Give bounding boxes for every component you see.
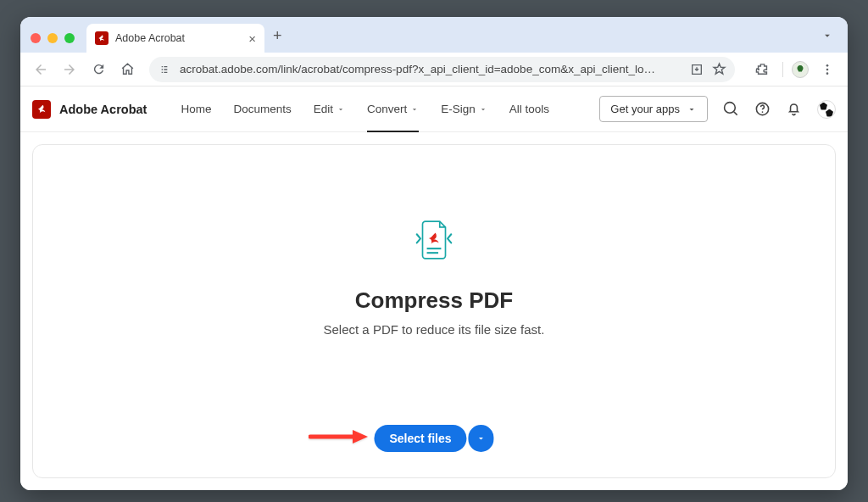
- chevron-down-icon: [410, 105, 419, 114]
- chevron-down-icon: [476, 433, 487, 443]
- nav-all-tools[interactable]: All tools: [509, 86, 549, 131]
- install-app-icon[interactable]: [690, 63, 704, 76]
- header-right: Get your apps: [599, 96, 836, 122]
- nav-esign-label: E-Sign: [441, 103, 476, 115]
- browser-right-icons: [750, 58, 839, 81]
- select-files-dropdown-button[interactable]: [469, 425, 494, 452]
- svg-point-0: [826, 64, 829, 67]
- primary-nav: Home Documents Edit Convert E-Sign All t…: [181, 86, 549, 131]
- product-name: Adobe Acrobat: [59, 103, 147, 116]
- back-button[interactable]: [29, 58, 53, 81]
- compress-card: Compress PDF Select a PDF to reduce its …: [32, 144, 836, 478]
- acrobat-logo-icon: [32, 100, 51, 119]
- forward-button[interactable]: [58, 58, 81, 81]
- extensions-icon[interactable]: [750, 58, 774, 81]
- site-settings-icon[interactable]: [158, 63, 171, 76]
- window-minimize-button[interactable]: [47, 33, 58, 43]
- action-buttons: Select files: [374, 425, 493, 452]
- nav-home[interactable]: Home: [181, 86, 211, 131]
- nav-esign[interactable]: E-Sign: [441, 86, 487, 131]
- compress-document-icon: [411, 215, 457, 265]
- chevron-down-icon: [479, 105, 487, 114]
- annotation-arrow-icon: [309, 428, 370, 445]
- app-header: Adobe Acrobat Home Documents Edit Conver…: [20, 86, 848, 132]
- url-text: acrobat.adobe.com/link/acrobat/compress-…: [180, 63, 682, 75]
- browser-window: Adobe Acrobat × + acrobat.adobe.com/link…: [20, 17, 848, 490]
- help-icon[interactable]: [754, 101, 771, 117]
- page-subheading: Select a PDF to reduce its file size fas…: [324, 322, 545, 337]
- home-button[interactable]: [115, 58, 139, 81]
- bell-icon[interactable]: [786, 101, 802, 117]
- browser-tab[interactable]: Adobe Acrobat ×: [86, 24, 264, 53]
- reload-button[interactable]: [86, 58, 110, 81]
- tab-close-icon[interactable]: ×: [248, 31, 256, 46]
- get-your-apps-button[interactable]: Get your apps: [599, 96, 708, 122]
- new-tab-button[interactable]: +: [273, 27, 282, 45]
- nav-convert-label: Convert: [367, 103, 407, 115]
- nav-edit-label: Edit: [314, 103, 333, 115]
- kebab-menu-icon[interactable]: [815, 58, 839, 81]
- search-icon[interactable]: [723, 101, 739, 117]
- chevron-down-icon: [337, 105, 345, 114]
- product-brand: Adobe Acrobat: [32, 100, 147, 119]
- svg-point-1: [826, 68, 829, 70]
- profile-soccer-icon[interactable]: [817, 100, 836, 119]
- acrobat-favicon-icon: [95, 31, 108, 45]
- nav-documents[interactable]: Documents: [233, 86, 291, 131]
- window-dropdown-button[interactable]: [815, 27, 839, 44]
- chevron-down-icon: [687, 104, 697, 114]
- page-heading: Compress PDF: [355, 287, 513, 314]
- window-close-button[interactable]: [31, 33, 41, 43]
- select-files-button[interactable]: Select files: [374, 425, 466, 452]
- browser-toolbar: acrobat.adobe.com/link/acrobat/compress-…: [20, 53, 848, 86]
- svg-point-4: [762, 111, 764, 113]
- nav-convert[interactable]: Convert: [367, 86, 419, 131]
- svg-point-2: [826, 72, 829, 75]
- apps-button-label: Get your apps: [610, 103, 680, 115]
- tab-title: Adobe Acrobat: [115, 32, 242, 44]
- separator: [782, 62, 783, 77]
- tab-strip: Adobe Acrobat × +: [20, 17, 848, 53]
- traffic-lights: [31, 24, 75, 53]
- address-bar[interactable]: acrobat.adobe.com/link/acrobat/compress-…: [149, 57, 735, 82]
- tool-canvas: Compress PDF Select a PDF to reduce its …: [20, 132, 848, 490]
- bookmark-star-icon[interactable]: [712, 62, 726, 76]
- page-content: Adobe Acrobat Home Documents Edit Conver…: [20, 86, 848, 490]
- nav-edit[interactable]: Edit: [314, 86, 345, 131]
- window-maximize-button[interactable]: [64, 33, 75, 43]
- profile-avatar[interactable]: [792, 61, 809, 78]
